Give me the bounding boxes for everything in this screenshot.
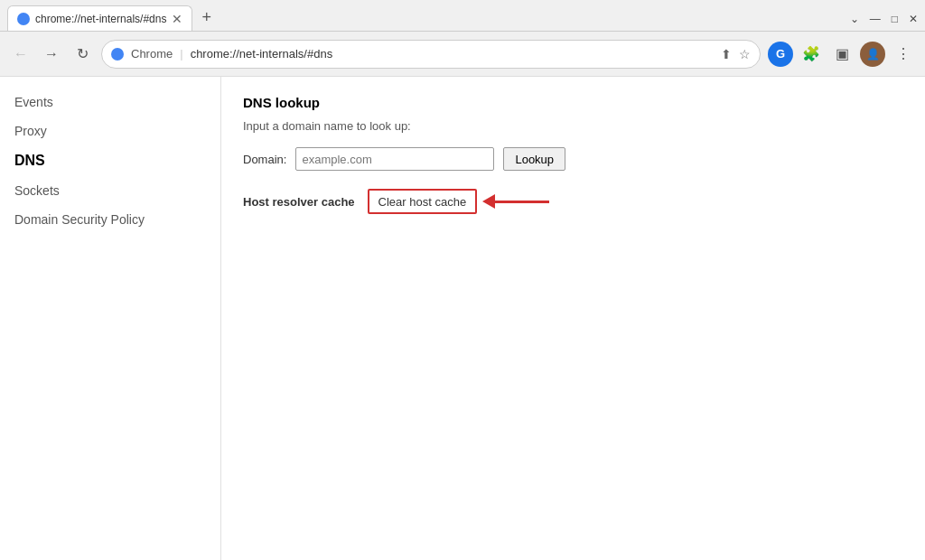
address-bar[interactable]: Chrome | chrome://net-internals/#dns ⬆ ☆ bbox=[101, 40, 761, 69]
profile-avatar[interactable]: 👤 bbox=[860, 42, 885, 67]
address-favicon bbox=[111, 48, 124, 61]
domain-input[interactable] bbox=[295, 147, 494, 171]
sidebar: Events Proxy DNS Sockets Domain Security… bbox=[0, 77, 221, 560]
sidebar-item-dns[interactable]: DNS bbox=[0, 145, 220, 176]
arrow-line bbox=[495, 201, 549, 203]
split-icon: ▣ bbox=[836, 45, 849, 62]
main-content: DNS lookup Input a domain name to look u… bbox=[221, 77, 925, 560]
tab-title: chrome://net-internals/#dns bbox=[35, 13, 166, 25]
title-bar: chrome://net-internals/#dns ✕ + ⌄ — □ ✕ bbox=[0, 0, 925, 32]
new-tab-button[interactable]: + bbox=[198, 8, 215, 27]
browser-tab[interactable]: chrome://net-internals/#dns ✕ bbox=[7, 5, 192, 31]
main-layout: Events Proxy DNS Sockets Domain Security… bbox=[0, 77, 925, 560]
annotation-arrow bbox=[495, 201, 549, 203]
cache-label: Host resolver cache bbox=[243, 195, 355, 209]
section-title: DNS lookup bbox=[243, 95, 903, 110]
domain-label: Domain: bbox=[243, 153, 286, 166]
toolbar: ← → ↻ Chrome | chrome://net-internals/#d… bbox=[0, 32, 925, 77]
star-icon[interactable]: ☆ bbox=[739, 47, 751, 61]
reload-icon: ↻ bbox=[77, 45, 89, 62]
clear-host-cache-button[interactable]: Clear host cache bbox=[368, 189, 478, 214]
tab-favicon bbox=[17, 13, 30, 25]
menu-button[interactable]: ⋮ bbox=[891, 42, 916, 67]
extensions-icon: 🧩 bbox=[802, 45, 820, 62]
menu-icon: ⋮ bbox=[896, 45, 911, 62]
address-icons: ⬆ ☆ bbox=[721, 47, 751, 61]
address-url: chrome://net-internals/#dns bbox=[191, 47, 333, 61]
sidebar-item-events[interactable]: Events bbox=[0, 88, 220, 117]
toolbar-right: G 🧩 ▣ 👤 ⋮ bbox=[768, 42, 916, 67]
grammarly-button[interactable]: G bbox=[768, 42, 793, 67]
address-brand: Chrome bbox=[131, 47, 173, 61]
window-controls: ⌄ — □ ✕ bbox=[850, 13, 918, 31]
forward-icon: → bbox=[44, 46, 59, 62]
minimize-icon[interactable]: — bbox=[870, 13, 881, 25]
back-button[interactable]: ← bbox=[9, 42, 33, 66]
back-icon: ← bbox=[14, 46, 28, 62]
avatar-icon: 👤 bbox=[866, 48, 880, 61]
sidebar-item-sockets[interactable]: Sockets bbox=[0, 176, 220, 205]
extensions-button[interactable]: 🧩 bbox=[799, 42, 824, 67]
split-button[interactable]: ▣ bbox=[829, 42, 855, 67]
lookup-button[interactable]: Lookup bbox=[503, 147, 565, 171]
maximize-icon[interactable]: □ bbox=[892, 13, 898, 25]
arrow-head bbox=[482, 194, 495, 209]
share-icon[interactable]: ⬆ bbox=[721, 47, 732, 61]
sidebar-item-domain-security-policy[interactable]: Domain Security Policy bbox=[0, 205, 220, 234]
section-subtitle: Input a domain name to look up: bbox=[243, 119, 903, 133]
g-label: G bbox=[776, 47, 785, 61]
close-icon[interactable]: ✕ bbox=[909, 13, 918, 25]
host-resolver-cache-row: Host resolver cache Clear host cache bbox=[243, 189, 903, 214]
tab-close-icon[interactable]: ✕ bbox=[172, 13, 182, 25]
domain-lookup-row: Domain: Lookup bbox=[243, 147, 903, 171]
sidebar-item-proxy[interactable]: Proxy bbox=[0, 117, 220, 145]
forward-button[interactable]: → bbox=[40, 42, 63, 66]
reload-button[interactable]: ↻ bbox=[70, 42, 94, 66]
address-separator: | bbox=[180, 47, 182, 61]
restore-icon[interactable]: ⌄ bbox=[850, 13, 859, 25]
